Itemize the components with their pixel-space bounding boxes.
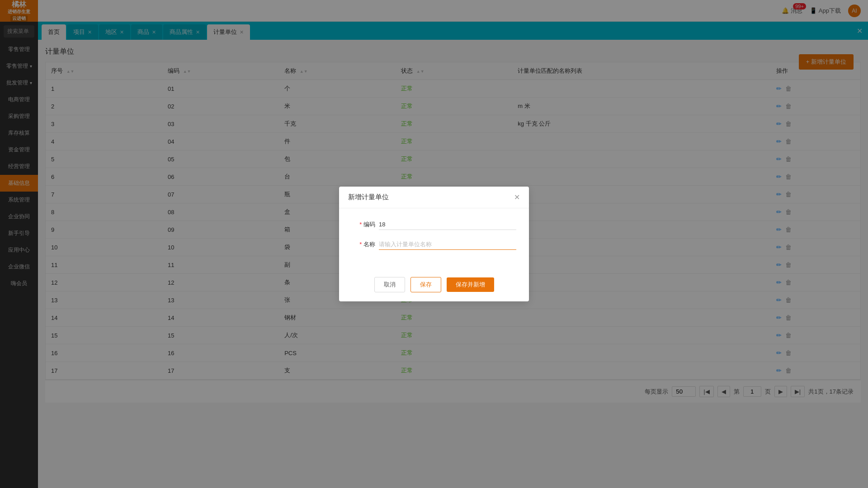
name-label: 名称	[352, 240, 379, 249]
modal-overlay: 新增计量单位 ✕ 编码 名称 取消 保存 保存并新增	[0, 0, 868, 488]
code-label: 编码	[352, 221, 379, 229]
modal-close-button[interactable]: ✕	[514, 193, 520, 202]
add-unit-modal: 新增计量单位 ✕ 编码 名称 取消 保存 保存并新增	[339, 187, 529, 301]
save-button[interactable]: 保存	[410, 277, 441, 292]
cancel-button[interactable]: 取消	[374, 277, 405, 292]
name-input[interactable]	[379, 239, 516, 250]
modal-footer: 取消 保存 保存并新增	[339, 270, 529, 301]
modal-header: 新增计量单位 ✕	[339, 187, 529, 208]
modal-body: 编码 名称	[339, 208, 529, 270]
code-input[interactable]	[379, 219, 516, 230]
save-and-new-button[interactable]: 保存并新增	[447, 277, 494, 292]
form-name-item: 名称	[352, 239, 516, 250]
form-code-item: 编码	[352, 219, 516, 230]
modal-title: 新增计量单位	[348, 193, 389, 202]
